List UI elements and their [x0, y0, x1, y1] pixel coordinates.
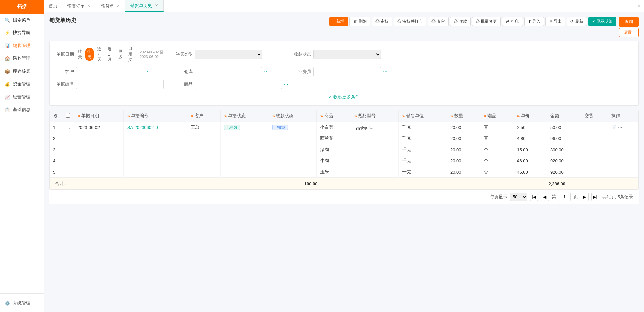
salesrep-more-icon[interactable]: ···: [383, 69, 387, 74]
date-tag-custom[interactable]: 自定义: [126, 45, 137, 63]
cell-checkbox[interactable]: [62, 133, 74, 144]
cell-doc-date: [74, 144, 123, 155]
filter-customer-field: 客户 ···: [55, 67, 170, 76]
export-button[interactable]: ⬇ 导出: [545, 17, 565, 26]
col-goods[interactable]: ⇅ 商品: [317, 110, 351, 122]
cell-checkbox[interactable]: [62, 122, 74, 133]
cell-goods: 猪肉: [317, 144, 351, 155]
cell-payment-status: [269, 155, 316, 166]
new-button[interactable]: + 新增: [329, 17, 348, 26]
col-settings[interactable]: ⚙: [50, 110, 62, 122]
tab-sales-delivery[interactable]: 销货单 ✕: [96, 0, 125, 12]
tab-bar-end: ✕: [637, 3, 644, 9]
filter-docno-input[interactable]: [76, 80, 164, 89]
import-button[interactable]: ⬆ 导入: [524, 17, 544, 26]
goods-more-icon[interactable]: ···: [284, 82, 288, 87]
doc-no-link[interactable]: SA-20230602-0: [127, 125, 158, 130]
filter-payment-select[interactable]: [313, 50, 381, 59]
cell-quantity: 20.00: [447, 133, 480, 144]
col-gift[interactable]: ⇅ 赠品: [480, 110, 513, 122]
sidebar-item-sales-mgmt[interactable]: 📊 销售管理: [0, 39, 44, 52]
row-checkbox[interactable]: [66, 125, 70, 129]
filter-panel: 单据日期 昨天 今天 近7天 近1月 更多 自定义 2023-06-02 至 2…: [49, 41, 639, 106]
sidebar-item-search-menu[interactable]: 🔍 搜索菜单: [0, 14, 44, 26]
cell-checkbox[interactable]: [62, 166, 74, 178]
batch-change-button[interactable]: ◎ 批量变更: [472, 17, 501, 26]
tab-sales-order[interactable]: 销售订单 ✕: [62, 0, 96, 12]
warehouse-more-icon[interactable]: ···: [264, 69, 269, 74]
filter-doctype-label: 单据类型: [174, 51, 193, 57]
query-button[interactable]: 查询: [619, 17, 639, 27]
sort-icon: ⇅: [354, 114, 357, 118]
per-page-select[interactable]: 50 100 200: [510, 193, 527, 201]
page-input[interactable]: [559, 193, 571, 201]
col-sales-unit[interactable]: ⇅ 销售单位: [399, 110, 447, 122]
sidebar-item-purchase-mgmt[interactable]: 🏠 采购管理: [0, 52, 44, 65]
cell-checkbox[interactable]: [62, 155, 74, 166]
col-doc-no[interactable]: ⇅ 单据编号: [123, 110, 187, 122]
prev-page-btn[interactable]: ◀: [541, 193, 549, 201]
col-quantity[interactable]: ⇅ 数量: [447, 110, 480, 122]
cell-payment-status: [269, 133, 316, 144]
col-customer[interactable]: ⇅ 客户: [187, 110, 221, 122]
sidebar-item-label: 库存核算: [13, 68, 30, 74]
col-payment-status[interactable]: ⇅ 收款状态: [269, 110, 316, 122]
filter-date-label: 单据日期: [55, 51, 74, 57]
filter-salesrep-input[interactable]: [313, 67, 381, 76]
tab-sales-history[interactable]: 销货单历史 ✕: [125, 0, 164, 12]
date-tag-7days[interactable]: 近7天: [95, 46, 105, 63]
filter-warehouse-input[interactable]: [195, 67, 262, 76]
select-all-checkbox[interactable]: [66, 113, 70, 118]
date-tag-1month[interactable]: 近1月: [106, 46, 115, 63]
approve-print-button[interactable]: ◎ 审核并打印: [394, 17, 426, 26]
first-page-btn[interactable]: |◀: [530, 193, 538, 201]
setting-button[interactable]: 设置: [619, 28, 639, 37]
col-doc-status[interactable]: ⇅ 单据状态: [221, 110, 269, 122]
col-checkbox[interactable]: [62, 110, 74, 122]
cell-unit-price: 4.80: [513, 133, 547, 144]
cell-doc-date: [74, 133, 123, 144]
approve-button[interactable]: ◎ 审核: [372, 17, 392, 26]
refresh-button[interactable]: ⟳ 刷新: [567, 17, 587, 26]
tab-bar-close-all[interactable]: ✕: [637, 3, 641, 9]
cell-amount: 50.00: [547, 122, 581, 133]
date-tag-today[interactable]: 今天: [85, 48, 93, 61]
filter-doctype-select[interactable]: [195, 50, 262, 59]
tab-sales-order-close[interactable]: ✕: [87, 3, 91, 8]
filter-customer-input[interactable]: [76, 67, 143, 76]
tab-sales-history-close[interactable]: ✕: [154, 3, 159, 8]
discard-button[interactable]: ◎ 弃审: [428, 17, 448, 26]
tab-sales-delivery-close[interactable]: ✕: [116, 3, 120, 8]
sort-icon: ⇅: [127, 114, 130, 118]
sidebar-item-finance[interactable]: 💰 资金管理: [0, 78, 44, 90]
sidebar-item-quick-nav[interactable]: ⚡ 快捷导航: [0, 26, 44, 39]
cell-doc-status: [221, 133, 269, 144]
show-detail-button[interactable]: ✓ 显示明细: [588, 17, 616, 26]
cell-checkbox[interactable]: [62, 144, 74, 155]
date-range-selector: 昨天 今天 近7天 近1月 更多 自定义: [76, 45, 136, 63]
home-icon: 🏠: [5, 56, 10, 61]
view-btn[interactable]: 📄: [611, 125, 617, 130]
next-page-btn[interactable]: ▶: [581, 193, 589, 201]
filter-goods-input[interactable]: [195, 80, 282, 89]
customer-more-icon[interactable]: ···: [145, 69, 150, 74]
sidebar-item-operations[interactable]: 📈 经营管理: [0, 90, 44, 103]
sidebar-item-inventory[interactable]: 📦 库存核算: [0, 65, 44, 78]
collapse-button[interactable]: ∧ 收起更多条件: [55, 93, 633, 101]
date-tag-yesterday[interactable]: 昨天: [76, 48, 84, 61]
last-page-btn[interactable]: ▶|: [591, 193, 599, 201]
col-spec[interactable]: ⇅ 规格型号: [351, 110, 399, 122]
print-button[interactable]: 🖨 打印: [502, 17, 523, 26]
col-unit-price[interactable]: ⇅ 单价: [513, 110, 547, 122]
sort-icon: ⇅: [450, 114, 453, 118]
sort-icon: ⇅: [517, 114, 520, 118]
delete-button[interactable]: 🗑 删除: [349, 17, 370, 26]
tab-home[interactable]: 首页: [44, 0, 62, 12]
more-btn[interactable]: ⋯: [618, 125, 622, 130]
collect-button[interactable]: ◎ 收款: [450, 17, 471, 26]
cell-transaction: [581, 144, 608, 155]
date-tag-more[interactable]: 更多: [116, 48, 124, 61]
col-doc-date[interactable]: ⇅ 单据日期: [74, 110, 123, 122]
sidebar-item-basic-info[interactable]: 📋 基础信息: [0, 103, 44, 116]
sidebar-item-sys-mgmt[interactable]: ⚙️ 系统管理: [0, 296, 44, 309]
